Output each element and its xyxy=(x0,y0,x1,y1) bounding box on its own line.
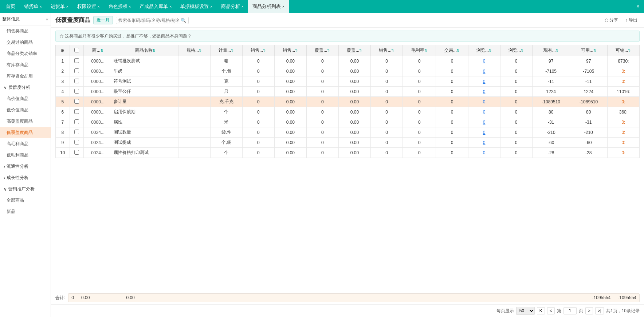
row-select-checkbox[interactable] xyxy=(74,119,79,124)
row-browse1[interactable]: 0 xyxy=(468,97,500,107)
row-select-checkbox[interactable] xyxy=(74,140,79,144)
sidebar-item-low-profit[interactable]: 低毛利商品 xyxy=(0,150,51,161)
sidebar-item-high-profit[interactable]: 高毛利商品 xyxy=(0,138,51,150)
row-checkbox[interactable] xyxy=(70,107,83,117)
last-page-button[interactable]: >| xyxy=(595,307,604,314)
row-cov1: 0 xyxy=(306,87,338,97)
row-browse1[interactable]: 0 xyxy=(468,107,500,117)
col-sales-qty[interactable]: 销售...⇅ xyxy=(242,45,274,56)
row-checkbox[interactable] xyxy=(70,117,83,127)
row-browse1[interactable]: 0 xyxy=(468,76,500,87)
row-checkbox[interactable] xyxy=(70,87,83,97)
row-select-checkbox[interactable] xyxy=(74,109,79,114)
sidebar-group-marketing[interactable]: ∨ 营销推广分析 xyxy=(0,183,51,195)
col-trade[interactable]: 交易...⇅ xyxy=(436,45,468,56)
sidebar-item-low-value[interactable]: 低价值商品 xyxy=(0,104,51,116)
sidebar-item-sales-goods[interactable]: 销售类商品 xyxy=(0,25,51,37)
row-select-checkbox[interactable] xyxy=(74,68,79,73)
first-page-button[interactable]: K xyxy=(537,307,545,314)
col-sales-amt[interactable]: 销售...⇅ xyxy=(274,45,306,56)
nav-goods-analysis-close[interactable]: × xyxy=(242,5,244,9)
sidebar-item-low-coverage[interactable]: 低覆盖度商品 xyxy=(0,127,51,138)
table-header-row: ⚙ 商...⇅ 商品名称⇅ 规格...⇅ 计量...⇅ 销售...⇅ 销售...… xyxy=(56,45,640,56)
row-select-checkbox[interactable] xyxy=(74,99,79,104)
nav-template-close[interactable]: × xyxy=(210,5,212,9)
date-filter-button[interactable]: 近一月 xyxy=(93,16,113,24)
nav-finished-goods[interactable]: 产成品入库单 × xyxy=(135,0,176,13)
row-browse1[interactable]: 0 xyxy=(468,148,500,158)
nav-role[interactable]: 角色授权 × xyxy=(104,0,136,13)
row-browse1[interactable]: 0 xyxy=(468,66,500,76)
col-sellable[interactable]: 可销...⇅ xyxy=(607,45,639,56)
row-select-checkbox[interactable] xyxy=(74,130,79,134)
row-browse1[interactable]: 0 xyxy=(468,56,500,66)
search-input[interactable] xyxy=(118,18,181,23)
col-unit[interactable]: 计量...⇅ xyxy=(210,45,242,56)
sidebar-group-quality[interactable]: ∨ 质群度分析 xyxy=(0,82,51,93)
sidebar-item-new-goods[interactable]: 新品 xyxy=(0,206,51,217)
sidebar-item-all-goods[interactable]: 全部商品 xyxy=(0,195,51,206)
col-current-stock[interactable]: 现有...⇅ xyxy=(532,45,570,56)
row-browse1[interactable]: 0 xyxy=(468,87,500,97)
export-button[interactable]: ↑ 导出 xyxy=(623,16,640,24)
nav-goods-analysis-list[interactable]: 商品分析列表 × xyxy=(248,0,289,13)
col-cov1[interactable]: 覆盖...⇅ xyxy=(306,45,338,56)
col-browse2[interactable]: 浏览...⇅ xyxy=(500,45,532,56)
row-checkbox[interactable] xyxy=(70,97,83,107)
current-page-input[interactable] xyxy=(564,307,577,314)
sidebar-item-high-coverage[interactable]: 高覆盖度商品 xyxy=(0,116,51,127)
sidebar-item-traded-goods[interactable]: 交易过的商品 xyxy=(0,37,51,48)
prev-page-button[interactable]: < xyxy=(547,307,555,314)
settings-icon[interactable]: ⚙ xyxy=(60,48,64,53)
nav-permission-close[interactable]: × xyxy=(98,5,100,9)
row-select-checkbox[interactable] xyxy=(74,79,79,83)
col-name[interactable]: 商品名称⇅ xyxy=(112,45,178,56)
nav-sales-close[interactable]: × xyxy=(40,5,42,9)
nav-purchase[interactable]: 进货单 × xyxy=(46,0,73,13)
col-spec[interactable]: 规格...⇅ xyxy=(178,45,210,56)
nav-permission[interactable]: 权限设置 × xyxy=(73,0,104,13)
nav-home[interactable]: 首页 xyxy=(1,0,20,13)
sidebar-item-stock-goods[interactable]: 有库存商品 xyxy=(0,59,51,71)
row-checkbox[interactable] xyxy=(70,76,83,87)
row-sales-qty: 0 xyxy=(242,87,274,97)
row-select-checkbox[interactable] xyxy=(74,150,79,155)
nav-role-close[interactable]: × xyxy=(129,5,131,9)
sidebar-item-category-rate[interactable]: 商品分类动销率 xyxy=(0,48,51,59)
nav-goods-analysis-list-close[interactable]: × xyxy=(282,5,284,9)
select-all-checkbox[interactable] xyxy=(74,48,79,52)
col-browse1[interactable]: 浏览...⇅ xyxy=(468,45,500,56)
next-page-button[interactable]: > xyxy=(585,307,593,314)
row-checkbox[interactable] xyxy=(70,56,83,66)
col-available[interactable]: 可用...⇅ xyxy=(570,45,607,56)
row-checkbox[interactable] xyxy=(70,66,83,76)
per-page-select[interactable]: 50 20 100 200 xyxy=(516,307,535,315)
row-browse1[interactable]: 0 xyxy=(468,117,500,127)
col-cov2[interactable]: 覆盖...⇅ xyxy=(338,45,370,56)
row-select-checkbox[interactable] xyxy=(74,58,79,63)
nav-template[interactable]: 单据模板设置 × xyxy=(176,0,217,13)
search-icon[interactable]: 🔍 xyxy=(181,18,186,23)
row-checkbox[interactable] xyxy=(70,127,83,138)
row-browse1[interactable]: 0 xyxy=(468,138,500,148)
nav-finished-goods-close[interactable]: × xyxy=(169,5,172,9)
sidebar-item-stock-capital[interactable]: 库存资金占用 xyxy=(0,71,51,82)
row-checkbox[interactable] xyxy=(70,148,83,158)
sidebar-item-high-value[interactable]: 高价值商品 xyxy=(0,93,51,104)
col-sales-days[interactable]: 销售...⇅ xyxy=(370,45,402,56)
close-all-tabs-button[interactable]: × xyxy=(633,3,643,10)
nav-goods-analysis[interactable]: 商品分析 × xyxy=(217,0,248,13)
sidebar-group-flow[interactable]: › 流通性分析 xyxy=(0,161,51,172)
row-browse1[interactable]: 0 xyxy=(468,127,500,138)
row-checkbox[interactable] xyxy=(70,138,83,148)
nav-purchase-close[interactable]: × xyxy=(66,5,68,9)
col-settings[interactable]: ⚙ xyxy=(56,45,70,56)
col-gross-rate[interactable]: 毛利率⇅ xyxy=(403,45,436,56)
row-select-checkbox[interactable] xyxy=(74,89,79,94)
sidebar-group-growth[interactable]: › 成长性分析 xyxy=(0,172,51,183)
nav-sales[interactable]: 销货单 × xyxy=(20,0,46,13)
share-button[interactable]: ⬡ 分享 xyxy=(602,16,620,24)
col-code[interactable]: 商...⇅ xyxy=(83,45,112,56)
sidebar-collapse-icon[interactable]: « xyxy=(46,16,48,22)
sidebar-header[interactable]: 整体信息 « xyxy=(0,13,51,25)
